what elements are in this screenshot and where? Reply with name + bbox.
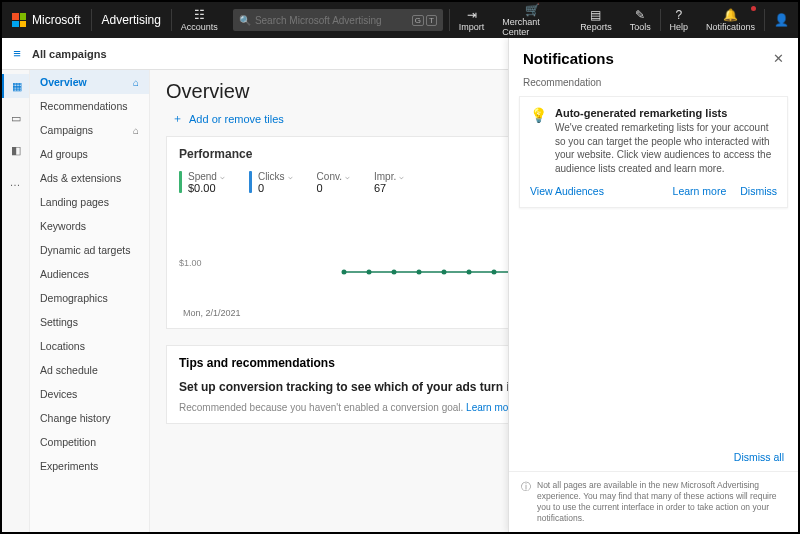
add-tiles-label: Add or remove tiles <box>189 113 284 125</box>
sidebar-item-dynamic-ad-targets[interactable]: Dynamic ad targets <box>30 238 149 262</box>
metric-label: Spend <box>188 171 217 182</box>
sidebar-item-label: Ads & extensions <box>40 172 121 184</box>
svg-point-4 <box>417 270 422 275</box>
sidebar-item-competition[interactable]: Competition <box>30 430 149 454</box>
metric-label: Conv. <box>317 171 342 182</box>
sidebar-item-label: Dynamic ad targets <box>40 244 130 256</box>
tools-label: Tools <box>630 22 651 32</box>
accounts-icon: ☷ <box>194 9 205 21</box>
metric-clicks[interactable]: Clicks⌵ 0 <box>249 171 293 194</box>
panel-section-label: Recommendation <box>509 71 798 96</box>
metric-value: 0 <box>317 182 350 194</box>
metric-color-bar <box>249 171 252 193</box>
sidebar-item-settings[interactable]: Settings <box>30 310 149 334</box>
metric-spend[interactable]: Spend⌵ $0.00 <box>179 171 225 194</box>
plus-icon: ＋ <box>172 111 183 126</box>
rail-more-icon[interactable]: … <box>2 170 29 194</box>
sidebar-item-label: Campaigns <box>40 124 93 136</box>
y-axis-label: $1.00 <box>179 258 202 268</box>
help-menu[interactable]: ? Help <box>661 2 698 38</box>
product-name: Advertising <box>102 13 161 27</box>
rail-item-icon[interactable]: ◧ <box>2 138 29 162</box>
sidebar-item-label: Ad schedule <box>40 364 98 376</box>
panel-footer: ⓘ Not all pages are available in the new… <box>509 471 798 532</box>
help-icon: ? <box>675 9 682 21</box>
import-label: Import <box>459 22 485 32</box>
search-icon: 🔍 <box>239 15 251 26</box>
sidebar-item-label: Competition <box>40 436 96 448</box>
info-icon: ⓘ <box>521 480 531 524</box>
tips-sub-label: Recommended because you haven't enabled … <box>179 402 463 413</box>
sidebar-item-ad-schedule[interactable]: Ad schedule <box>30 358 149 382</box>
sidebar-item-devices[interactable]: Devices <box>30 382 149 406</box>
sidebar-item-demographics[interactable]: Demographics <box>30 286 149 310</box>
chevron-down-icon: ⌵ <box>220 172 225 181</box>
sidebar-item-landing-pages[interactable]: Landing pages <box>30 190 149 214</box>
sidebar-item-label: Overview <box>40 76 87 88</box>
merchant-center-menu[interactable]: 🛒 Merchant Center <box>493 2 571 38</box>
sidebar-item-ads-extensions[interactable]: Ads & extensions <box>30 166 149 190</box>
sidebar-item-label: Ad groups <box>40 148 88 160</box>
notifications-panel: Notifications ✕ Recommendation 💡 Auto-ge… <box>508 38 798 532</box>
home-icon: ⌂ <box>133 77 139 88</box>
product-name-area[interactable]: Advertising <box>92 2 171 38</box>
bell-icon: 🔔 <box>723 9 738 21</box>
sidebar-item-campaigns[interactable]: Campaigns ⌂ <box>30 118 149 142</box>
svg-point-2 <box>367 270 372 275</box>
x-start-label: Mon, 2/1/2021 <box>183 308 241 318</box>
profile-menu[interactable]: 👤 <box>765 2 798 38</box>
view-audiences-link[interactable]: View Audiences <box>530 185 604 197</box>
sidebar-item-label: Experiments <box>40 460 98 472</box>
notif-dismiss-link[interactable]: Dismiss <box>740 185 777 197</box>
search-input[interactable] <box>255 15 410 26</box>
sidebar-item-change-history[interactable]: Change history <box>30 406 149 430</box>
sidebar-item-keywords[interactable]: Keywords <box>30 214 149 238</box>
sidebar-item-adgroups[interactable]: Ad groups <box>30 142 149 166</box>
sidebar-item-audiences[interactable]: Audiences <box>30 262 149 286</box>
svg-point-5 <box>442 270 447 275</box>
rail-overview-icon[interactable]: ▦ <box>2 74 29 98</box>
tools-menu[interactable]: ✎ Tools <box>621 2 660 38</box>
sidebar-item-label: Locations <box>40 340 85 352</box>
notif-learn-more-link[interactable]: Learn more <box>673 185 727 197</box>
import-menu[interactable]: ⇥ Import <box>450 2 494 38</box>
search-box[interactable]: 🔍 G T <box>233 9 443 31</box>
sidebar-item-recommendations[interactable]: Recommendations <box>30 94 149 118</box>
lightbulb-icon: 💡 <box>530 107 547 175</box>
svg-point-3 <box>392 270 397 275</box>
metric-impr[interactable]: Impr.⌵ 67 <box>374 171 404 194</box>
notification-body: We've created remarketing lists for your… <box>555 121 777 175</box>
sidebar-item-locations[interactable]: Locations <box>30 334 149 358</box>
merchant-label: Merchant Center <box>502 17 562 37</box>
metric-label: Impr. <box>374 171 396 182</box>
brand-text: Microsoft <box>32 13 81 27</box>
sidebar-item-label: Landing pages <box>40 196 109 208</box>
search-badge-g: G <box>412 15 424 26</box>
scope-title[interactable]: All campaigns <box>32 48 107 60</box>
close-icon[interactable]: ✕ <box>773 51 784 66</box>
accounts-label: Accounts <box>181 22 218 32</box>
metric-conv[interactable]: Conv.⌵ 0 <box>317 171 350 194</box>
rail-item-icon[interactable]: ▭ <box>2 106 29 130</box>
home-icon: ⌂ <box>133 125 139 136</box>
cart-icon: 🛒 <box>525 4 540 16</box>
dismiss-all-link[interactable]: Dismiss all <box>734 451 784 463</box>
accounts-menu[interactable]: ☷ Accounts <box>172 2 227 38</box>
tools-icon: ✎ <box>635 9 645 21</box>
reports-menu[interactable]: ▤ Reports <box>571 2 621 38</box>
svg-point-7 <box>492 270 497 275</box>
notifications-menu[interactable]: 🔔 Notifications <box>697 2 764 38</box>
brand[interactable]: Microsoft <box>2 2 91 38</box>
panel-title: Notifications <box>523 50 614 67</box>
sidebar-item-label: Audiences <box>40 268 89 280</box>
notifications-label: Notifications <box>706 22 755 32</box>
sidebar-item-label: Keywords <box>40 220 86 232</box>
sidebar-item-label: Recommendations <box>40 100 128 112</box>
icon-rail: ▦ ▭ ◧ … <box>2 70 30 532</box>
sidebar-item-overview[interactable]: Overview ⌂ <box>30 70 149 94</box>
reports-icon: ▤ <box>590 9 601 21</box>
sidebar-item-experiments[interactable]: Experiments <box>30 454 149 478</box>
metric-color-bar <box>179 171 182 193</box>
svg-point-6 <box>467 270 472 275</box>
hamburger-icon[interactable]: ≡ <box>2 46 32 61</box>
